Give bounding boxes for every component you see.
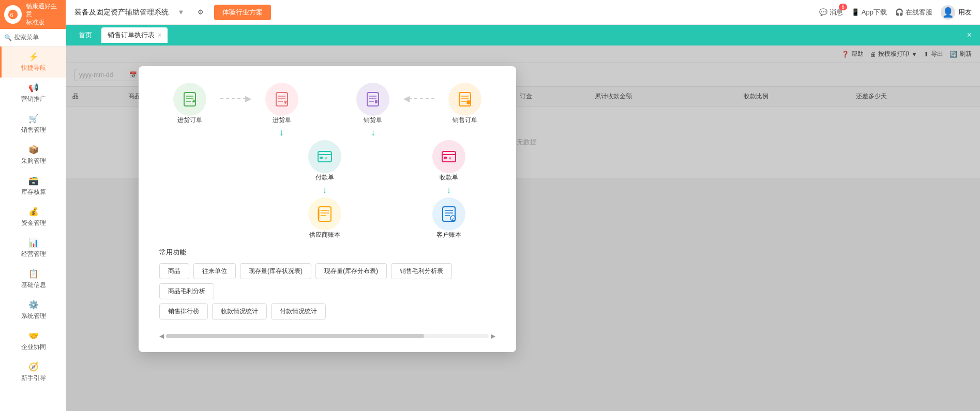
inventory-icon: 🗃️: [28, 176, 39, 186]
message-btn[interactable]: 💬 消息 6: [819, 8, 843, 17]
sales-order-circle[interactable]: [448, 83, 481, 116]
settings-btn[interactable]: ⚙: [193, 5, 208, 20]
app-logo-icon: 6: [4, 5, 22, 24]
system-dropdown-btn[interactable]: ▼: [175, 6, 187, 19]
scrollbar-track[interactable]: [166, 334, 489, 338]
tab-close-btn[interactable]: ×: [158, 32, 161, 39]
sidebar-search[interactable]: 🔍 搜索菜单: [0, 29, 66, 47]
supplier-ledger-label: 供应商账本: [309, 231, 340, 239]
sidebar-item-enterprise[interactable]: 🤝 企业协同: [0, 326, 66, 357]
func-btn-goods[interactable]: 商品: [159, 263, 189, 279]
common-functions-title: 常用功能: [159, 248, 495, 257]
sidebar-nav: ⚡ 快捷导航 📢 营销推广 🛒 销售管理 📦 采购管理 🗃️ 库存核算 💰: [0, 47, 66, 411]
sidebar-item-inventory[interactable]: 🗃️ 库存核算: [0, 171, 66, 202]
sidebar-item-quick-nav[interactable]: ⚡ 快捷导航: [0, 47, 66, 78]
trial-btn[interactable]: 体验行业方案: [214, 5, 271, 20]
message-badge: 6: [839, 4, 847, 10]
sidebar-item-purchase[interactable]: 📦 采购管理: [0, 140, 66, 171]
svg-rect-6: [276, 93, 288, 106]
func-btn-receipt-stats[interactable]: 收款情况统计: [212, 303, 267, 319]
purchase-bill-circle[interactable]: [265, 83, 298, 116]
receipt-circle[interactable]: ¥: [432, 140, 465, 173]
svg-rect-22: [320, 157, 323, 159]
func-btn-stock-status[interactable]: 现存量(库存状况表): [240, 263, 311, 279]
func-btn-sales-profit[interactable]: 销售毛利分析表: [391, 263, 452, 279]
sidebar-item-base-info[interactable]: 📋 基础信息: [0, 264, 66, 295]
sales-icon: 🛒: [28, 114, 39, 124]
beginner-icon: 🧭: [28, 362, 39, 372]
search-icon: 🔍: [4, 34, 12, 41]
service-icon: 🎧: [895, 8, 903, 16]
finance-icon: 💰: [28, 207, 39, 217]
enterprise-icon: 🤝: [28, 331, 39, 341]
customer-ledger-label: 客户账本: [436, 231, 461, 239]
sidebar-item-sales[interactable]: 🛒 销售管理: [0, 109, 66, 140]
svg-text:¥: ¥: [324, 156, 327, 161]
nav-cell-supplier-ledger: 供应商账本: [283, 197, 366, 239]
scroll-right-btn[interactable]: ▶: [491, 332, 495, 340]
topbar-actions: 💬 消息 6 📱 App下载 🎧 在线客服 👤 用友: [819, 5, 972, 20]
svg-text:6: 6: [10, 12, 13, 18]
tabbar: 首页 销售订单执行表 × ×: [66, 25, 980, 45]
func-btn-partners[interactable]: 往来单位: [193, 263, 236, 279]
svg-rect-10: [367, 93, 379, 106]
avatar: 👤: [941, 5, 955, 20]
nav-cell-receipt: ¥ 收款单: [408, 140, 490, 182]
svg-rect-28: [319, 207, 331, 221]
content-area: ❓ 帮助 🖨 按模板打印 ▼ ⬆ 导出 🔄 刷新: [66, 45, 980, 411]
user-area[interactable]: 👤 用友: [941, 5, 972, 20]
sidebar-item-finance[interactable]: 💰 资金管理: [0, 202, 66, 233]
sales-order-label: 销售订单: [453, 116, 477, 125]
scroll-left-btn[interactable]: ◀: [159, 332, 164, 340]
sidebar-item-marketing[interactable]: 📢 营销推广: [0, 78, 66, 109]
app-download-btn[interactable]: 📱 App下载: [851, 8, 887, 17]
tab-sales-order-execution[interactable]: 销售订单执行表 ×: [101, 27, 168, 43]
sales-bill-label: 销货单: [364, 116, 382, 125]
func-btn-sales-rank[interactable]: 销售排行榜: [159, 303, 208, 319]
svg-rect-2: [184, 93, 195, 106]
purchase-bill-label: 进货单: [273, 116, 291, 125]
svg-rect-32: [318, 209, 320, 219]
supplier-ledger-circle[interactable]: [308, 197, 341, 231]
customer-ledger-circle[interactable]: ✓: [432, 197, 465, 231]
purchase-order-circle[interactable]: [173, 83, 206, 116]
main-area: 装备及固定资产辅助管理系统 ▼ ⚙ 体验行业方案 💬 消息 6 📱 App下载 …: [66, 0, 980, 411]
sales-bill-circle[interactable]: [356, 83, 389, 116]
nav-cell-sales-bill: 销货单: [342, 83, 403, 125]
func-buttons-row1: 商品 往来单位 现存量(库存状况表) 现存量(库存分布表) 销售毛利分析表 商品…: [159, 263, 495, 299]
download-icon: 📱: [851, 8, 860, 16]
message-icon: 💬: [819, 8, 827, 16]
operations-icon: 📊: [28, 238, 39, 248]
user-name: 用友: [958, 8, 972, 17]
tab-close-all-btn[interactable]: ×: [963, 31, 976, 40]
svg-text:¥: ¥: [448, 156, 451, 161]
overlay-backdrop[interactable]: 进货订单 ▶ 进: [66, 45, 980, 411]
payment-circle[interactable]: ¥: [308, 140, 341, 173]
svg-point-19: [466, 100, 471, 104]
base-info-icon: 📋: [28, 269, 39, 279]
system-icon: ⚙️: [28, 300, 39, 310]
sidebar-item-beginner[interactable]: 🧭 新手引导: [0, 357, 66, 388]
quick-nav-dialog: 进货订单 ▶ 进: [139, 66, 516, 352]
nav-cell-sales-order: 销售订单: [434, 83, 495, 125]
scrollbar-thumb[interactable]: [166, 334, 424, 338]
common-functions: 常用功能 商品 往来单位 现存量(库存状况表) 现存量(库存分布表) 销售毛利分…: [159, 248, 495, 319]
dialog-scrollbar: ◀ ▶: [159, 328, 495, 340]
quick-nav-icon: ⚡: [28, 52, 39, 62]
func-btn-stock-dist[interactable]: 现存量(库存分布表): [315, 263, 387, 279]
payment-label: 付款单: [315, 173, 334, 182]
sidebar-item-operations[interactable]: 📊 经营管理: [0, 233, 66, 264]
tab-home[interactable]: 首页: [70, 27, 100, 43]
nav-cell-payment: ¥ 付款单: [283, 140, 366, 182]
topbar: 装备及固定资产辅助管理系统 ▼ ⚙ 体验行业方案 💬 消息 6 📱 App下载 …: [66, 0, 980, 25]
svg-rect-26: [444, 157, 447, 159]
system-name: 装备及固定资产辅助管理系统: [74, 8, 169, 17]
sidebar-logo-text: 畅康通好生意 标准版: [26, 3, 62, 27]
marketing-icon: 📢: [28, 83, 39, 93]
func-btn-payment-stats[interactable]: 付款情况统计: [271, 303, 326, 319]
sidebar-item-system[interactable]: ⚙️ 系统管理: [0, 295, 66, 326]
online-service-btn[interactable]: 🎧 在线客服: [895, 8, 932, 17]
nav-cell-customer-ledger: ✓ 客户账本: [408, 197, 490, 239]
func-btn-goods-profit[interactable]: 商品毛利分析: [159, 283, 214, 299]
func-buttons-row2: 销售排行榜 收款情况统计 付款情况统计: [159, 303, 495, 319]
